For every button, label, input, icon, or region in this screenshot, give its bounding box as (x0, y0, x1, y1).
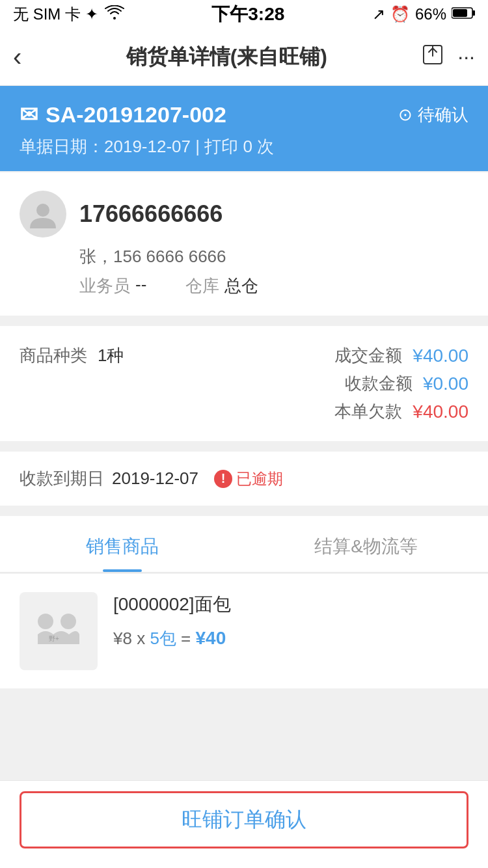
svg-point-5 (38, 614, 53, 629)
customer-meta: 业务员 -- 仓库 总仓 (20, 275, 468, 297)
warehouse-label: 仓库 (185, 275, 219, 297)
more-icon[interactable]: ··· (457, 45, 475, 69)
tabs: 销售商品 结算&物流等 (0, 516, 488, 573)
due-label: 收款到期日 (20, 467, 104, 490)
nav-actions: ··· (421, 43, 475, 72)
salesperson-label: 业务员 (79, 275, 130, 297)
page-title: 销货单详情(来自旺铺) (32, 43, 421, 72)
tab-sales-products[interactable]: 销售商品 (0, 516, 244, 572)
bottom-bar: 旺铺订单确认 (0, 780, 488, 868)
price-prefix: ¥8 x (113, 629, 150, 648)
no-sim-text: 无 SIM 卡 ✦ (13, 4, 98, 25)
customer-phone: 17666666666 (79, 200, 223, 228)
customer-card: 17666666666 张，156 6666 6666 业务员 -- 仓库 总仓 (0, 172, 488, 316)
order-date: 单据日期：2019-12-07 | 打印 0 次 (20, 135, 468, 158)
order-icon: ✉ (20, 102, 38, 128)
product-image: 野+ (20, 592, 98, 670)
order-status: ⊙ 待确认 (398, 103, 468, 126)
order-header: ✉ SA-20191207-002 ⊙ 待确认 单据日期：2019-12-07 … (0, 86, 488, 171)
summary-card: 商品种类 1种 成交金额 ¥40.00 收款金额 ¥0.00 本单欠款 ¥40.… (0, 326, 488, 441)
location-icon: ↗ (372, 5, 385, 23)
salesperson-value: -- (135, 275, 146, 297)
svg-text:野+: 野+ (49, 635, 59, 642)
product-section: 野+ [0000002]面包 ¥8 x 5包 = ¥40 (0, 574, 488, 688)
received-label: 收款金额 (345, 372, 413, 395)
status-right: ↗ ⏰ 66% (372, 5, 475, 23)
nav-bar: ‹ 销货单详情(来自旺铺) ··· (0, 29, 488, 86)
order-id: ✉ SA-20191207-002 (20, 102, 226, 128)
warehouse-value: 总仓 (224, 275, 258, 297)
amounts: 成交金额 ¥40.00 收款金额 ¥0.00 本单欠款 ¥40.00 (334, 344, 468, 423)
svg-point-6 (61, 614, 76, 629)
product-thumbnail: 野+ (33, 608, 85, 655)
status-time: 下午3:28 (211, 2, 284, 27)
received-value: ¥0.00 (423, 373, 468, 394)
avatar (20, 191, 66, 237)
due-date: 2019-12-07 (112, 468, 198, 489)
battery-icon (452, 5, 475, 23)
svg-rect-2 (453, 9, 467, 17)
product-details: [0000002]面包 ¥8 x 5包 = ¥40 (113, 592, 468, 650)
overdue-icon: ! (214, 470, 232, 488)
share-icon[interactable] (421, 43, 444, 72)
deal-amount-value: ¥40.00 (413, 346, 468, 366)
confirm-button[interactable]: 旺铺订单确认 (20, 791, 468, 848)
owed-value: ¥40.00 (413, 401, 468, 422)
deal-amount-label: 成交金额 (334, 344, 402, 367)
customer-name: 张，156 6666 6666 (20, 245, 468, 268)
overdue-badge: ! 已逾期 (214, 468, 283, 489)
product-price: ¥8 x 5包 = ¥40 (113, 627, 468, 650)
tab-settlement[interactable]: 结算&物流等 (244, 516, 488, 572)
product-types-label: 商品种类 (20, 344, 87, 367)
svg-point-4 (36, 204, 49, 217)
owed-label: 本单欠款 (334, 400, 402, 423)
clock-icon: ⊙ (398, 105, 413, 125)
svg-rect-1 (472, 10, 475, 16)
product-types-value: 1种 (98, 344, 124, 367)
price-qty: 5包 (150, 629, 176, 648)
status-left: 无 SIM 卡 ✦ (13, 4, 124, 25)
alarm-icon: ⏰ (390, 5, 410, 23)
due-date-card: 收款到期日 2019-12-07 ! 已逾期 (0, 452, 488, 506)
price-suffix: = (176, 629, 196, 648)
battery-text: 66% (415, 5, 446, 23)
product-item: 野+ [0000002]面包 ¥8 x 5包 = ¥40 (0, 574, 488, 688)
back-button[interactable]: ‹ (13, 42, 32, 72)
status-bar: 无 SIM 卡 ✦ 下午3:28 ↗ ⏰ 66% (0, 0, 488, 29)
overdue-text: 已逾期 (236, 468, 283, 489)
wifi-icon (105, 5, 124, 23)
price-total: ¥40 (195, 628, 226, 648)
product-name: [0000002]面包 (113, 592, 468, 617)
